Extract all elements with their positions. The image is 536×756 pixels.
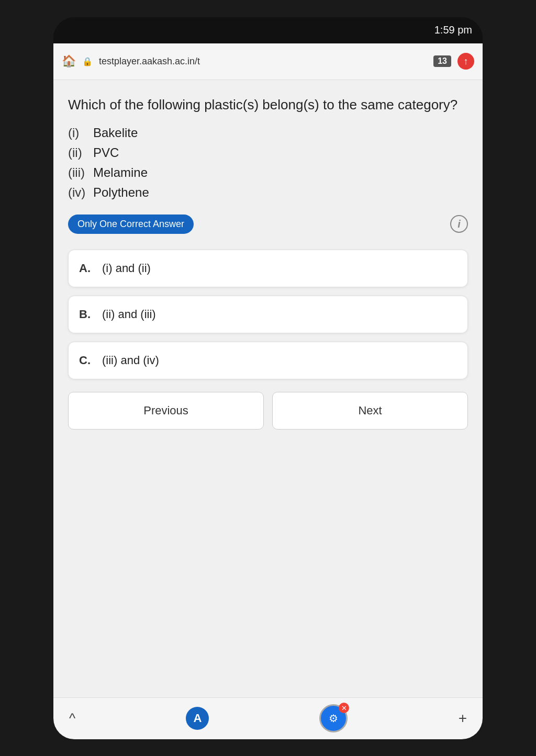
option-text-i: Bakelite (93, 126, 138, 140)
option-text-iii: Melamine (93, 165, 148, 180)
status-bar: 1:59 pm (53, 17, 483, 43)
tab-count[interactable]: 13 (433, 55, 451, 67)
answer-letter-a: A. (79, 262, 94, 275)
home-icon[interactable]: 🏠 (62, 54, 76, 68)
content-area: Which of the following plastic(s) belong… (53, 80, 483, 697)
answer-option-a[interactable]: A. (i) and (ii) (68, 250, 468, 287)
phone-frame: 1:59 pm 🏠 🔒 testplayer.aakash.ac.in/t 13… (53, 17, 483, 739)
settings-icon: ⚙ (329, 712, 338, 725)
option-label-iii: (iii) (68, 165, 89, 180)
answer-option-b[interactable]: B. (ii) and (iii) (68, 296, 468, 333)
previous-button[interactable]: Previous (68, 392, 264, 430)
question-options-list: (i) Bakelite (ii) PVC (iii) Melamine (iv… (68, 126, 468, 200)
list-item: (i) Bakelite (68, 126, 468, 140)
answer-text-c: (iii) and (iv) (102, 354, 159, 367)
answer-letter-b: B. (79, 308, 94, 321)
close-badge[interactable]: ✕ (339, 703, 349, 713)
option-label-iv: (iv) (68, 185, 89, 200)
answer-letter-c: C. (79, 354, 94, 367)
upload-icon[interactable]: ↑ (457, 53, 474, 70)
answer-text-a: (i) and (ii) (102, 262, 151, 275)
lock-icon: 🔒 (82, 57, 93, 66)
list-item: (iii) Melamine (68, 165, 468, 180)
chevron-up-icon[interactable]: ^ (69, 710, 75, 727)
circle-a-icon[interactable]: A (186, 707, 209, 730)
next-button[interactable]: Next (272, 392, 468, 430)
url-bar[interactable]: testplayer.aakash.ac.in/t (99, 56, 427, 67)
info-icon[interactable]: i (450, 215, 468, 233)
browser-bar: 🏠 🔒 testplayer.aakash.ac.in/t 13 ↑ (53, 43, 483, 80)
question-text: Which of the following plastic(s) belong… (68, 95, 468, 115)
only-one-correct-badge: Only One Correct Answer (68, 215, 194, 234)
answer-choices: A. (i) and (ii) B. (ii) and (iii) C. (ii… (68, 250, 468, 379)
status-time: 1:59 pm (434, 24, 472, 36)
bottom-bar: ^ A ⚙ ✕ + (53, 697, 483, 739)
answer-option-c[interactable]: C. (iii) and (iv) (68, 342, 468, 379)
list-item: (ii) PVC (68, 145, 468, 160)
option-label-ii: (ii) (68, 145, 89, 160)
option-text-iv: Polythene (93, 185, 149, 200)
option-text-ii: PVC (93, 145, 119, 160)
badge-row: Only One Correct Answer i (68, 215, 468, 234)
navigation-buttons: Previous Next (68, 392, 468, 430)
list-item: (iv) Polythene (68, 185, 468, 200)
floating-action-button[interactable]: ⚙ ✕ (319, 704, 348, 732)
answer-text-b: (ii) and (iii) (102, 308, 156, 321)
plus-icon[interactable]: + (459, 710, 467, 727)
option-label-i: (i) (68, 126, 89, 140)
